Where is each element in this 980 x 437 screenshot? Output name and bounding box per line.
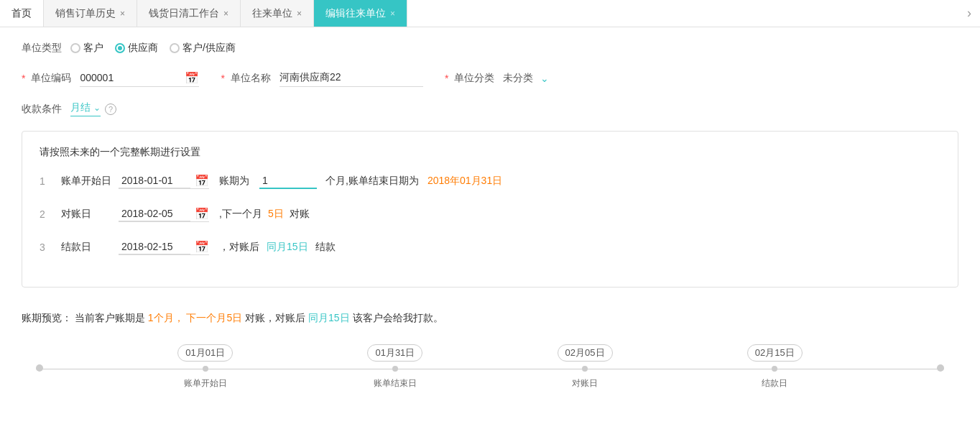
- radio-both[interactable]: 客户/供应商: [170, 42, 236, 55]
- period-row-3-content: 📅 ，对账后 同月15日 结款: [119, 239, 336, 255]
- timeline-right-endpoint: [937, 364, 944, 372]
- unit-type-row: 单位类型 客户 供应商 客户/供应商: [22, 42, 958, 55]
- timeline-badge-2: 01月31日: [367, 344, 422, 362]
- preview-highlight1: 1个月，: [148, 312, 184, 323]
- period-row-1-suffix: 个月,账单结束日期为: [325, 175, 419, 188]
- unit-category-value: 未分类: [503, 72, 533, 85]
- period-row-3-date-input[interactable]: [119, 239, 190, 254]
- unit-info-row: * 单位编码 📅 * 单位名称 * 单位分类 未分类 ⌄: [22, 69, 958, 87]
- period-row-2-suffix-start: ,下一个月: [219, 208, 262, 221]
- help-icon[interactable]: ?: [105, 104, 116, 115]
- period-row-1-date-input[interactable]: [119, 173, 190, 188]
- timeline-label-4: 结款日: [762, 377, 787, 390]
- radio-supplier[interactable]: 供应商: [115, 42, 158, 55]
- period-row-3: 3 结款日 📅 ，对账后 同月15日 结款: [40, 239, 940, 255]
- period-row-1-num: 1: [40, 175, 61, 187]
- payment-terms-chevron: ⌄: [93, 103, 101, 113]
- main-content: 单位类型 客户 供应商 客户/供应商 * 单位编码: [0, 27, 980, 437]
- timeline-left-endpoint: [36, 364, 43, 372]
- timeline-badge-4: 02月15日: [747, 344, 803, 362]
- period-box-title: 请按照未来的一个完整帐期进行设置: [40, 146, 940, 159]
- tab-home[interactable]: 首页: [0, 0, 44, 27]
- unit-type-label: 单位类型: [22, 42, 62, 55]
- period-row-3-highlight: 同月15日: [267, 241, 308, 254]
- preview-before: 当前客户账期是: [75, 312, 145, 323]
- timeline-dot-3: [582, 366, 588, 372]
- timeline-left-dot: [36, 364, 43, 372]
- period-row-2: 2 对账日 📅 ,下一个月 5日 对账: [40, 206, 940, 222]
- payment-terms-label: 收款条件: [22, 103, 62, 116]
- unit-category-field: * 单位分类 未分类 ⌄: [445, 72, 549, 85]
- period-row-3-num: 3: [40, 242, 61, 253]
- unit-code-field: * 单位编码 📅: [22, 69, 199, 87]
- timeline-badge-3: 02月05日: [558, 344, 613, 362]
- tab-daily-work[interactable]: 钱货日清工作台 ×: [137, 0, 241, 27]
- preview-mid2: 对账，对账后: [245, 312, 305, 323]
- period-row-2-date-input[interactable]: [119, 206, 190, 221]
- radio-label-both: 客户/供应商: [182, 42, 236, 55]
- period-row-3-suffix: ，对账后: [219, 241, 259, 254]
- preview-section: 账期预览： 当前客户账期是 1个月， 下一个月5日 对账，对账后 同月15日 该…: [22, 302, 958, 397]
- unit-type-field: 单位类型 客户 供应商 客户/供应商: [22, 42, 236, 55]
- timeline-dot-4: [772, 366, 777, 372]
- timeline-badge-1: 01月01日: [177, 344, 233, 362]
- period-row-3-suffix2: 结款: [315, 241, 336, 254]
- preview-highlight2: 同月15日: [308, 312, 350, 323]
- period-row-2-highlight: 5日: [268, 208, 284, 221]
- unit-category-label: 单位分类: [454, 72, 494, 85]
- period-row-2-label: 对账日: [61, 208, 119, 221]
- tab-sales-history[interactable]: 销售订单历史 ×: [44, 0, 137, 27]
- tab-partners[interactable]: 往来单位 ×: [241, 0, 314, 27]
- timeline-right-dot: [937, 364, 944, 372]
- tab-edit-partner[interactable]: 编辑往来单位 ×: [314, 0, 407, 27]
- period-row-1-date-wrapper: 📅: [119, 173, 209, 189]
- unit-name-label: 单位名称: [231, 72, 271, 85]
- timeline-label-2: 账单结束日: [374, 377, 417, 390]
- tab-close-partners[interactable]: ×: [297, 9, 302, 19]
- tab-close-daily-work[interactable]: ×: [223, 9, 228, 19]
- timeline-dot-2: [392, 366, 398, 372]
- required-star-name: *: [221, 73, 224, 84]
- period-box: 请按照未来的一个完整帐期进行设置 1 账单开始日 📅 账期为 个月,账单结束日期…: [22, 131, 958, 288]
- period-row-1-label: 账单开始日: [61, 175, 119, 188]
- unit-code-input[interactable]: [80, 69, 180, 86]
- timeline-node-3: 02月05日 对账日: [558, 344, 613, 390]
- period-row-2-suffix-end: 对账: [290, 208, 310, 221]
- unit-name-input[interactable]: [279, 69, 423, 87]
- period-row-2-date-wrapper: 📅: [119, 206, 209, 222]
- timeline-dot-1: [203, 366, 208, 372]
- period-row-3-label: 结款日: [61, 241, 119, 254]
- tab-close-edit-partner[interactable]: ×: [390, 9, 395, 19]
- period-row-3-date-wrapper: 📅: [119, 239, 209, 255]
- period-row-3-calendar-icon[interactable]: 📅: [195, 240, 209, 254]
- required-star-code: *: [22, 73, 25, 84]
- period-row-1: 1 账单开始日 📅 账期为 个月,账单结束日期为 2018年01月31日: [40, 173, 940, 189]
- period-row-2-calendar-icon[interactable]: 📅: [195, 207, 209, 221]
- period-row-1-months-input[interactable]: [259, 173, 317, 189]
- timeline-container: 01月01日 账单开始日 01月31日 账单结束日 02月05日 对账日: [22, 344, 958, 390]
- tab-close-sales-history[interactable]: ×: [120, 9, 125, 19]
- tab-expand-button[interactable]: ›: [958, 0, 980, 27]
- timeline-node-4: 02月15日 结款日: [747, 344, 803, 390]
- preview-end: 该客户会给我打款。: [353, 312, 443, 323]
- unit-name-field: * 单位名称: [221, 69, 422, 87]
- radio-group: 客户 供应商 客户/供应商: [70, 42, 236, 55]
- preview-label: 账期预览：: [22, 312, 72, 323]
- period-row-1-content: 📅 账期为 个月,账单结束日期为 2018年01月31日: [119, 173, 502, 189]
- unit-code-label: 单位编码: [31, 72, 71, 85]
- period-row-2-num: 2: [40, 208, 61, 220]
- payment-terms-row: 收款条件 月结 ⌄ ?: [22, 101, 958, 116]
- payment-terms-value: 月结: [70, 101, 91, 114]
- preview-mid: 下一个月5日: [186, 312, 242, 323]
- payment-terms-select[interactable]: 月结 ⌄: [70, 101, 101, 116]
- unit-code-input-wrapper: 📅: [80, 69, 199, 87]
- timeline-node-1: 01月01日 账单开始日: [177, 344, 233, 390]
- radio-customer[interactable]: 客户: [70, 42, 103, 55]
- radio-circle-both: [170, 43, 180, 53]
- unit-code-icon[interactable]: 📅: [185, 71, 199, 85]
- period-row-1-calendar-icon[interactable]: 📅: [195, 174, 209, 188]
- tab-bar: 首页 销售订单历史 × 钱货日清工作台 × 往来单位 × 编辑往来单位 × ›: [0, 0, 980, 27]
- payment-terms-field: 收款条件 月结 ⌄ ?: [22, 101, 116, 116]
- period-row-1-highlight-date: 2018年01月31日: [427, 175, 502, 188]
- unit-category-dropdown-icon[interactable]: ⌄: [540, 73, 549, 84]
